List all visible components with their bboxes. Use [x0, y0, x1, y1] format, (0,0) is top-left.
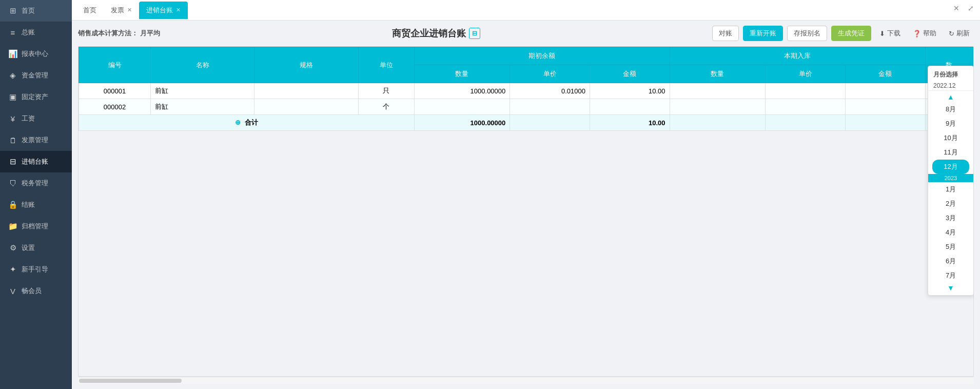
sidebar-item-label: 结账 — [22, 200, 35, 209]
th-opening-qty: 数量 — [414, 65, 510, 83]
total-opening-qty: 1000.00000 — [414, 115, 510, 131]
refresh-button[interactable]: ↻ 刷新 — [945, 26, 974, 41]
th-opening-price: 单价 — [510, 65, 590, 83]
total-icon: ⊕ — [235, 119, 241, 126]
month-nav-down[interactable]: ▼ — [928, 283, 973, 293]
sidebar-item-funds[interactable]: ◈ 资金管理 — [0, 65, 72, 86]
generate-button[interactable]: 生成凭证 — [831, 26, 871, 41]
page-title-area: 商贸企业进销台账 ⊟ — [392, 27, 480, 40]
horizontal-scrollbar[interactable] — [78, 377, 974, 384]
tab-home[interactable]: 首页 — [76, 2, 104, 19]
th-opening-balance: 期初余额 — [414, 47, 670, 65]
td-in-price — [766, 83, 846, 99]
sidebar-item-reports[interactable]: 📊 报表中心 — [0, 43, 72, 65]
td-name: 前缸 — [151, 83, 254, 99]
month-item-3[interactable]: 3月 — [928, 211, 973, 225]
month-item-2[interactable]: 2月 — [928, 197, 973, 211]
sidebar-item-invoice-mgmt[interactable]: 🗒 发票管理 — [0, 129, 72, 151]
th-unit: 单位 — [358, 47, 414, 83]
month-item-7[interactable]: 7月 — [928, 268, 973, 283]
sidebar-item-vip[interactable]: V 畅会员 — [0, 280, 72, 302]
funds-icon: ◈ — [8, 71, 17, 80]
td-spec — [254, 99, 358, 115]
month-picker-panel: 月份选择 2022.12 ▲ 8月 9月 10月 11月 12月 2023 1月… — [928, 66, 974, 296]
window-controls: ✕ ⤢ — [951, 3, 976, 13]
save-as-button[interactable]: 存报别名 — [787, 26, 827, 41]
sidebar-item-settings[interactable]: ⚙ 设置 — [0, 237, 72, 259]
sidebar-item-purchase-sales[interactable]: ⊟ 进销台账 — [0, 151, 72, 172]
home-icon: ⊞ — [8, 6, 17, 15]
th-opening-amount: 金额 — [590, 65, 670, 83]
month-item-10[interactable]: 10月 — [928, 131, 973, 145]
sidebar-item-assets[interactable]: ▣ 固定资产 — [0, 86, 72, 108]
page-title-icon[interactable]: ⊟ — [469, 28, 480, 39]
tab-invoice-close[interactable]: ✕ — [127, 7, 132, 13]
sidebar-item-label: 资金管理 — [22, 71, 48, 80]
td-id: 000001 — [79, 83, 151, 99]
sidebar-item-closing[interactable]: 🔒 结账 — [0, 194, 72, 216]
td-opening-qty — [414, 99, 510, 115]
cost-method: 销售成本计算方法： 月平均 — [78, 29, 160, 38]
closing-icon: 🔒 — [8, 200, 17, 209]
help-button[interactable]: ❓ 帮助 — [909, 26, 940, 41]
td-unit: 只 — [358, 83, 414, 99]
month-picker-year-2022: 2022.12 — [928, 81, 973, 91]
month-item-11[interactable]: 11月 — [928, 145, 973, 160]
sidebar-item-home[interactable]: ⊞ 首页 — [0, 0, 72, 22]
ledger-icon: ≡ — [8, 28, 17, 37]
guide-icon: ✦ — [8, 265, 17, 274]
td-in-amount — [845, 99, 925, 115]
th-current-in: 本期入库 — [670, 47, 925, 65]
sidebar-item-label: 发票管理 — [22, 135, 48, 145]
month-item-8[interactable]: 8月 — [928, 102, 973, 116]
tab-purchase-sales[interactable]: 进销台账 ✕ — [139, 2, 188, 19]
sidebar: ⊞ 首页 ≡ 总账 📊 报表中心 ◈ 资金管理 ▣ 固定资产 ¥ 工资 🗒 发票… — [0, 0, 72, 389]
reconcile-button[interactable]: 对账 — [712, 26, 739, 41]
sidebar-item-label: 总账 — [22, 28, 35, 37]
sidebar-item-label: 工资 — [22, 114, 35, 123]
td-opening-price — [510, 99, 590, 115]
month-nav-up[interactable]: ▲ — [928, 92, 973, 102]
main-area: ✕ ⤢ 首页 发票 ✕ 进销台账 ✕ 销售成本计算方法： 月平均 商贸企业进销台… — [72, 0, 980, 389]
month-item-6[interactable]: 6月 — [928, 254, 973, 268]
action-buttons: 对账 重新开账 存报别名 生成凭证 ⬇ 下载 ❓ 帮助 ↻ 刷新 — [712, 26, 974, 41]
th-id: 编号 — [79, 47, 151, 83]
sidebar-item-archive[interactable]: 📁 归档管理 — [0, 216, 72, 237]
month-item-5[interactable]: 5月 — [928, 240, 973, 254]
total-opening-amount: 10.00 — [590, 115, 670, 131]
page-title: 商贸企业进销台账 — [392, 27, 466, 40]
month-item-1[interactable]: 1月 — [928, 182, 973, 197]
tab-purchase-sales-close[interactable]: ✕ — [176, 7, 181, 13]
total-opening-price — [510, 115, 590, 131]
tab-bar: 首页 发票 ✕ 进销台账 ✕ — [72, 0, 980, 21]
tax-icon: ⛉ — [8, 179, 17, 188]
download-icon: ⬇ — [879, 30, 885, 37]
month-item-12[interactable]: 12月 — [932, 160, 969, 174]
reopen-button[interactable]: 重新开账 — [743, 26, 783, 41]
td-opening-qty: 1000.00000 — [414, 83, 510, 99]
settings-icon: ⚙ — [8, 243, 17, 252]
year-label-2023: 2023 — [928, 174, 973, 182]
td-name: 前缸 — [151, 99, 254, 115]
download-button[interactable]: ⬇ 下载 — [875, 26, 905, 41]
close-button[interactable]: ✕ — [951, 3, 962, 13]
sidebar-item-label: 固定资产 — [22, 92, 48, 102]
month-item-9[interactable]: 9月 — [928, 116, 973, 131]
sidebar-item-label: 畅会员 — [22, 286, 42, 296]
sidebar-item-ledger[interactable]: ≡ 总账 — [0, 22, 72, 43]
maximize-button[interactable]: ⤢ — [966, 3, 976, 13]
th-in-price: 单价 — [766, 65, 846, 83]
td-in-price — [766, 99, 846, 115]
sidebar-item-label: 报表中心 — [22, 49, 48, 59]
tab-invoice[interactable]: 发票 ✕ — [104, 2, 139, 19]
sidebar-item-guide[interactable]: ✦ 新手引导 — [0, 259, 72, 280]
scrollbar-thumb[interactable] — [79, 379, 182, 383]
sidebar-item-label: 归档管理 — [22, 222, 48, 231]
sidebar-item-salary[interactable]: ¥ 工资 — [0, 108, 72, 129]
vip-icon: V — [8, 287, 17, 296]
table-row: 000002 前缸 个 — [79, 99, 973, 115]
month-item-4[interactable]: 4月 — [928, 225, 973, 240]
archive-icon: 📁 — [8, 222, 17, 231]
sidebar-item-tax[interactable]: ⛉ 税务管理 — [0, 172, 72, 194]
sidebar-item-label: 进销台账 — [22, 157, 48, 166]
